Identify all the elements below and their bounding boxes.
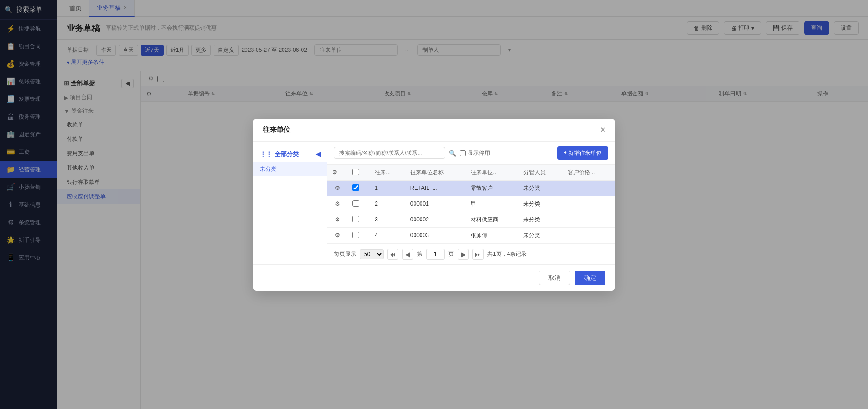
dialog-table: ⚙ 往来... 往来单位名称 往来单位... 分管人员 客户价格... ⚙ (327, 165, 615, 244)
row-settings[interactable]: ⚙ (327, 212, 348, 227)
row-settings[interactable]: ⚙ (327, 196, 348, 212)
dialog-search-icon[interactable]: 🔍 (449, 150, 456, 157)
row-name: 甲 (466, 196, 518, 212)
dialog-right-content: 🔍 显示停用 + 新增往来单位 (327, 142, 615, 264)
dialog-search-input[interactable] (334, 147, 445, 159)
dialog-table-row[interactable]: ⚙ 2 000001 甲 未分类 (327, 196, 615, 212)
per-page-label: 每页显示 (334, 250, 356, 258)
dth-settings[interactable]: ⚙ (327, 165, 348, 181)
dialog-table-wrap: ⚙ 往来... 往来单位名称 往来单位... 分管人员 客户价格... ⚙ (327, 165, 615, 244)
row-settings[interactable]: ⚙ (327, 180, 348, 196)
page-word: 第 (417, 250, 422, 258)
row-id: 3 (370, 212, 406, 227)
show-disabled-text: 显示停用 (468, 149, 490, 157)
dialog-categories: ⋮⋮ 全部分类 ◀ 未分类 (253, 142, 327, 264)
total-records: 共1页，4条记录 (487, 250, 527, 258)
row-id: 2 (370, 196, 406, 212)
dialog-close-button[interactable]: × (600, 125, 605, 135)
dialog-title: 往来单位 (263, 126, 290, 134)
row-manager (563, 212, 615, 227)
add-partner-button[interactable]: + 新增往来单位 (557, 146, 608, 160)
row-code: RETAIL_... (406, 180, 466, 196)
row-category: 未分类 (519, 180, 563, 196)
row-manager (563, 180, 615, 196)
dialog-search: 🔍 显示停用 (334, 147, 490, 159)
category-item-label: 未分类 (260, 166, 277, 172)
category-collapse-icon[interactable]: ◀ (316, 151, 321, 157)
row-checkbox[interactable] (348, 227, 370, 243)
dialog-header: 往来单位 × (253, 119, 615, 142)
dialog-table-row[interactable]: ⚙ 3 000002 材料供应商 未分类 (327, 212, 615, 227)
category-grid-icon: ⋮⋮ (260, 151, 272, 157)
first-page-button[interactable]: ⏮ (387, 249, 398, 260)
category-item-unclassified[interactable]: 未分类 (253, 162, 327, 176)
row-name: 张师傅 (466, 227, 518, 243)
row-name: 材料供应商 (466, 212, 518, 227)
cancel-button[interactable]: 取消 (539, 271, 570, 285)
dialog-body: ⋮⋮ 全部分类 ◀ 未分类 🔍 显示停用 (253, 142, 615, 264)
dth-checkbox (348, 165, 370, 181)
row-id: 4 (370, 227, 406, 243)
row-code: 000003 (406, 227, 466, 243)
row-code: 000002 (406, 212, 466, 227)
next-page-button[interactable]: ▶ (458, 249, 469, 260)
row-checkbox[interactable] (348, 196, 370, 212)
current-page-input[interactable] (426, 249, 445, 260)
dth-name[interactable]: 往来单位名称 (406, 165, 466, 181)
row-checkbox[interactable] (348, 180, 370, 196)
dialog-pagination: 每页显示 50 10 20 100 ⏮ ◀ 第 页 ▶ ⏭ 共1页，4条记录 (327, 244, 615, 264)
partner-dialog: 往来单位 × ⋮⋮ 全部分类 ◀ 未分类 (253, 119, 615, 291)
row-name: 零散客户 (466, 180, 518, 196)
category-header-label: 全部分类 (275, 150, 299, 158)
show-disabled-label[interactable]: 显示停用 (460, 149, 490, 157)
dialog-toolbar: 🔍 显示停用 + 新增往来单位 (327, 142, 615, 165)
row-settings[interactable]: ⚙ (327, 227, 348, 243)
confirm-button[interactable]: 确定 (575, 271, 605, 285)
row-id: 1 (370, 180, 406, 196)
dth-manager[interactable]: 分管人员 (519, 165, 563, 181)
dth-code[interactable]: 往来... (370, 165, 406, 181)
category-header: ⋮⋮ 全部分类 ◀ (253, 146, 327, 162)
dialog-table-row[interactable]: ⚙ 1 RETAIL_... 零散客户 未分类 (327, 180, 615, 196)
row-category: 未分类 (519, 212, 563, 227)
show-disabled-checkbox[interactable] (460, 150, 466, 156)
dialog-table-row[interactable]: ⚙ 4 000003 张师傅 未分类 (327, 227, 615, 243)
add-partner-label: + 新增往来单位 (564, 149, 602, 157)
dialog-overlay[interactable]: 往来单位 × ⋮⋮ 全部分类 ◀ 未分类 (0, 0, 868, 409)
row-category: 未分类 (519, 196, 563, 212)
row-manager (563, 227, 615, 243)
row-category: 未分类 (519, 227, 563, 243)
dialog-select-all[interactable] (352, 169, 359, 175)
prev-page-button[interactable]: ◀ (402, 249, 413, 260)
dth-price-level[interactable]: 客户价格... (563, 165, 615, 181)
dialog-table-header-row: ⚙ 往来... 往来单位名称 往来单位... 分管人员 客户价格... (327, 165, 615, 181)
row-code: 000001 (406, 196, 466, 212)
per-page-select[interactable]: 50 10 20 100 (360, 249, 384, 259)
last-page-button[interactable]: ⏭ (472, 249, 484, 260)
row-manager (563, 196, 615, 212)
dialog-footer: 取消 确定 (253, 264, 615, 291)
dth-category[interactable]: 往来单位... (466, 165, 518, 181)
row-checkbox[interactable] (348, 212, 370, 227)
page-suffix: 页 (448, 250, 454, 258)
